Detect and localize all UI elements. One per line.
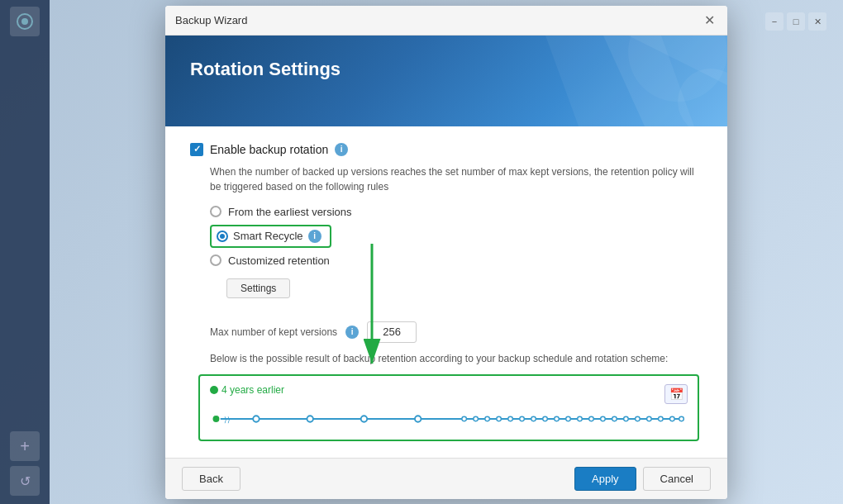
radio-smart-recycle[interactable]: Smart Recycle i bbox=[210, 225, 702, 248]
calendar-icon-button[interactable]: 📅 bbox=[664, 384, 688, 404]
svg-point-23 bbox=[566, 416, 571, 421]
svg-point-17 bbox=[497, 416, 502, 421]
radio-smart-recycle-input[interactable] bbox=[217, 231, 228, 242]
svg-point-1 bbox=[21, 18, 28, 25]
smart-recycle-info-icon[interactable]: i bbox=[308, 230, 321, 243]
backup-wizard-dialog: Backup Wizard ✕ Rotation Settings bbox=[165, 6, 727, 499]
dialog-header-title: Rotation Settings bbox=[190, 59, 702, 80]
svg-point-22 bbox=[555, 416, 560, 421]
max-versions-label: Max number of kept versions bbox=[210, 326, 337, 338]
back-button[interactable]: Back bbox=[182, 467, 241, 491]
svg-point-15 bbox=[474, 416, 479, 421]
footer-right: Apply Cancel bbox=[574, 467, 711, 491]
enable-backup-info-icon[interactable]: i bbox=[335, 143, 348, 156]
timeline-box: 4 years earlier 📅 bbox=[198, 374, 699, 441]
enable-backup-label: Enable backup rotation bbox=[210, 143, 328, 156]
svg-point-10 bbox=[253, 416, 259, 421]
rotation-policy-radio-group: From the earliest versions Smart Recycle… bbox=[210, 206, 702, 267]
svg-point-33 bbox=[679, 416, 684, 421]
svg-point-27 bbox=[612, 416, 617, 421]
svg-text:⟩⟩: ⟩⟩ bbox=[224, 415, 231, 423]
add-icon[interactable]: + bbox=[10, 431, 40, 461]
radio-customized-label: Customized retention bbox=[228, 254, 330, 267]
timeline-track: // We'll draw this via JS after render ⟩… bbox=[210, 409, 688, 429]
modal-overlay: Backup Wizard ✕ Rotation Settings bbox=[50, 0, 843, 504]
svg-point-16 bbox=[485, 416, 490, 421]
max-versions-input[interactable] bbox=[367, 321, 417, 343]
dialog-titlebar: Backup Wizard ✕ bbox=[165, 6, 727, 36]
cancel-button[interactable]: Cancel bbox=[643, 467, 711, 491]
timeline-label: 4 years earlier bbox=[210, 384, 284, 396]
max-versions-info-icon[interactable]: i bbox=[345, 326, 359, 339]
svg-point-8 bbox=[212, 415, 220, 422]
enable-backup-checkbox[interactable]: ✓ bbox=[190, 143, 203, 156]
rotation-description: When the number of backed up versions re… bbox=[210, 164, 702, 194]
radio-smart-recycle-label: Smart Recycle bbox=[233, 230, 303, 242]
radio-from-earliest-label: From the earliest versions bbox=[228, 206, 352, 218]
svg-point-11 bbox=[307, 416, 312, 421]
apply-button[interactable]: Apply bbox=[574, 467, 636, 491]
svg-point-12 bbox=[361, 416, 367, 421]
svg-point-13 bbox=[415, 416, 421, 421]
svg-point-14 bbox=[462, 416, 467, 421]
smart-recycle-box: Smart Recycle i bbox=[210, 225, 331, 248]
svg-point-30 bbox=[647, 416, 652, 421]
svg-point-32 bbox=[670, 416, 675, 421]
settings-button[interactable]: Settings bbox=[226, 278, 290, 298]
desktop: + ↺ − □ ✕ Backup Wizard ✕ Rotation Setti… bbox=[0, 0, 843, 504]
svg-point-24 bbox=[578, 416, 583, 421]
svg-point-19 bbox=[520, 416, 525, 421]
below-text: Below is the possible result of backup r… bbox=[210, 351, 702, 366]
svg-point-31 bbox=[659, 416, 664, 421]
radio-from-earliest[interactable]: From the earliest versions bbox=[210, 206, 702, 218]
history-taskbar-icon[interactable]: ↺ bbox=[10, 466, 40, 496]
svg-point-21 bbox=[543, 416, 548, 421]
app-logo-icon bbox=[10, 7, 40, 36]
radio-customized[interactable]: Customized retention bbox=[210, 254, 702, 267]
svg-point-29 bbox=[636, 416, 641, 421]
svg-point-28 bbox=[624, 416, 629, 421]
timeline-dot bbox=[210, 386, 218, 394]
enable-backup-rotation-row: ✓ Enable backup rotation i bbox=[190, 143, 702, 156]
svg-point-18 bbox=[508, 416, 513, 421]
radio-customized-input[interactable] bbox=[210, 254, 221, 266]
timeline-label-text: 4 years earlier bbox=[221, 384, 284, 396]
footer-left: Back bbox=[182, 467, 241, 491]
svg-point-26 bbox=[601, 416, 606, 421]
dialog-close-button[interactable]: ✕ bbox=[701, 12, 717, 28]
dialog-body: ✓ Enable backup rotation i When the numb… bbox=[165, 126, 727, 458]
taskbar: + ↺ bbox=[0, 0, 50, 504]
timeline-header: 4 years earlier 📅 bbox=[210, 384, 688, 404]
dialog-header: Rotation Settings bbox=[165, 36, 727, 126]
dialog-footer: Back Apply Cancel bbox=[165, 458, 727, 499]
max-versions-row: Max number of kept versions i bbox=[210, 321, 702, 343]
radio-from-earliest-input[interactable] bbox=[210, 206, 221, 217]
svg-point-20 bbox=[531, 416, 536, 421]
dialog-title: Backup Wizard bbox=[175, 14, 247, 26]
svg-point-25 bbox=[589, 416, 594, 421]
